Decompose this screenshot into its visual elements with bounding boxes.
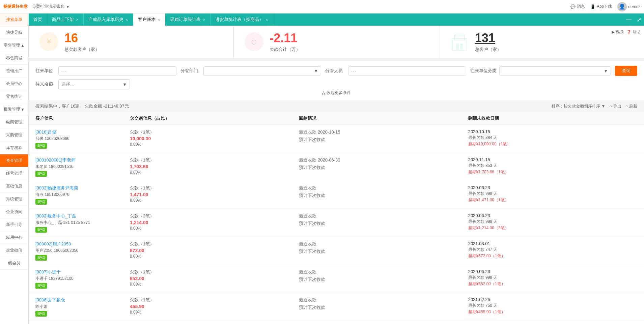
sidebar-item-retail-shop[interactable]: 零售商城 [0, 52, 28, 65]
marketing-label: 营销推广 [6, 68, 22, 73]
return-next-2: 预计下次收款 [299, 193, 468, 199]
return-next-4: 预计下次收款 [299, 248, 468, 255]
manager-input[interactable]: ··· [348, 66, 466, 76]
sidebar-item-retail-mgmt[interactable]: 零售管理 ▲ [0, 39, 28, 52]
main-layout: 搜索菜单 快捷导航 零售管理 ▲ 零售商城 营销推广 会员中心 零售统计 批 [0, 13, 644, 324]
sidebar-item-vip[interactable]: 畅会员 [0, 257, 28, 270]
tab-product-history[interactable]: 产成品入库单历史 ✕ [84, 13, 133, 26]
overdue-amount-btn-4[interactable]: 超期¥672.00（1笔） [468, 253, 637, 259]
customer-phone-6: 陈小萧 [35, 304, 130, 310]
sidebar-item-ops[interactable]: 经营管理 [0, 167, 28, 180]
tab-close-icon[interactable]: ✕ [203, 18, 205, 22]
customer-name-0[interactable]: [0016]吕俊 [35, 129, 130, 135]
app-download-btn[interactable]: 📱 App下载 [590, 4, 612, 9]
sidebar-item-basic[interactable]: 基础信息 [0, 180, 28, 193]
result-info: 搜索结果中，客户16家 欠款金额 -21,148.07元 [35, 103, 129, 109]
tab-close-icon[interactable]: ✕ [76, 18, 79, 22]
return-info-4: 最近收款 预计下次收款 [299, 241, 468, 261]
video-help-btn[interactable]: ▶ 视频 [612, 29, 624, 35]
tab-home[interactable]: 首页 [29, 13, 47, 26]
debt-percent-0: 0.00% [130, 142, 299, 147]
sidebar-item-apps[interactable]: 应用中心 [0, 231, 28, 244]
sidebar-item-system[interactable]: 系统管理 [0, 193, 28, 206]
building-icon [449, 32, 470, 52]
overdue-amount-btn-1[interactable]: 超期¥1,703.68（1笔） [468, 169, 637, 175]
debt-amount-6: 455.90 [130, 304, 299, 309]
return-date-0: 最近收款 2020-10-15 [299, 129, 468, 135]
sidebar-item-marketing[interactable]: 营销推广 [0, 65, 28, 78]
manager-label: 分管人员 [325, 68, 345, 74]
export-btn[interactable]: ○ 导出 [610, 104, 621, 109]
customer-name-3[interactable]: [0002]服务中心_丁磊 [35, 213, 130, 219]
source-unit-input[interactable]: ··· [58, 66, 176, 76]
debt-count-4: 欠款（1笔） [130, 241, 299, 247]
sidebar-item-quicknav[interactable]: 快捷导航 [0, 26, 28, 39]
overdue-info-0: 2020.10.15 最长欠款 884 天 超期¥10,000.00（1笔） [468, 129, 637, 149]
overdue-date-5: 2020.06.23 [468, 269, 637, 274]
refresh-btn[interactable]: ○ 刷新 [625, 104, 637, 109]
chevron-down-icon: ▼ [314, 68, 318, 73]
search-menu-label: 搜索菜单 [6, 17, 22, 22]
tab-minimize-icon[interactable]: — [623, 17, 634, 23]
message-icon: 💬 [570, 4, 576, 9]
tab-maximize-icon[interactable]: ⤢ [634, 17, 644, 23]
overdue-amount-btn-3[interactable]: 超期¥1,214.00（3笔） [468, 225, 637, 231]
overdue-amount-btn-0[interactable]: 超期¥10,000.00（1笔） [468, 141, 637, 147]
store-selector[interactable]: 母婴行业演示账套 ▼ [32, 4, 570, 9]
sidebar-item-inventory[interactable]: 库存核算 [0, 142, 28, 154]
customer-tag-6: 现销 [35, 311, 47, 317]
customer-tag-3: 现销 [35, 227, 47, 233]
sidebar-item-newbie[interactable]: 新手引导 [0, 218, 28, 231]
sidebar-item-wechat[interactable]: 企业微信 [0, 244, 28, 257]
sidebar-item-corp[interactable]: 企业协同 [0, 206, 28, 218]
department-select[interactable]: ▼ [203, 66, 321, 76]
balance-select[interactable]: 选择... ▼ [58, 79, 130, 89]
tab-product-shelf[interactable]: 商品上下架 ✕ [47, 13, 84, 26]
sort-label: 排序：按欠款金额倒序排序 [552, 104, 600, 109]
customer-name-5[interactable]: [0007]小进千 [35, 269, 130, 275]
debt-count-3: 欠款（3笔） [130, 213, 299, 219]
message-btn[interactable]: 💬 消息 [570, 4, 585, 9]
return-info-6: 最近收款 预计下次收款 [299, 297, 468, 317]
department-label: 分管部门 [180, 68, 201, 74]
stat2-values: -2.11 欠款合计（万） [270, 31, 300, 53]
sidebar-item-ecommerce[interactable]: 电商管理 [0, 116, 28, 129]
overdue-amount-btn-2[interactable]: 超期¥1,471.00（1笔） [468, 197, 637, 203]
retail-stats-label: 零售统计 [6, 94, 22, 99]
retail-shop-label: 零售商城 [6, 56, 22, 60]
overdue-amount-btn-5[interactable]: 超期¥652.00（1笔） [468, 281, 637, 287]
search-button[interactable]: 查询 [615, 66, 637, 76]
tab-customer-account[interactable]: 客户账本 ✕ [133, 13, 165, 26]
sidebar-item-retail-stats[interactable]: 零售统计 [0, 90, 28, 103]
chevron-down-icon: ▼ [601, 104, 606, 109]
overdue-date-4: 2021.03.01 [468, 241, 637, 246]
collapse-btn[interactable]: ⋀ 收起更多条件 [35, 90, 637, 96]
sidebar-item-purchase[interactable]: 采购管理 [0, 129, 28, 142]
sidebar-item-finance[interactable]: 资金管理 [0, 154, 28, 167]
overdue-amount-btn-6[interactable]: 超期¥455.90（1笔） [468, 309, 637, 315]
customer-phone-3: 服务中心_丁磊 181 0125 8371 [35, 220, 130, 226]
sort-select[interactable]: 排序：按欠款金额倒序排序 ▼ [552, 104, 606, 109]
user-profile[interactable]: 👤 demo2 [617, 2, 641, 11]
tab-purchase-stats[interactable]: 采购订单统计表 ✕ [165, 13, 211, 26]
tab-close-icon[interactable]: ✕ [125, 18, 128, 22]
stat1-label: 总欠款客户（家） [64, 47, 100, 53]
customer-info-5: [0007]小进千 小进千 18279152100 现销 [35, 269, 130, 289]
customer-name-6[interactable]: [0006]去下粮仓 [35, 297, 130, 303]
stats-row: ¥ 16 总欠款客户（家） ⬡ [29, 26, 644, 58]
customer-name-4[interactable]: [000002]用户2050 [35, 241, 130, 247]
tab-close-icon[interactable]: ✕ [158, 18, 160, 22]
sidebar-item-member[interactable]: 会员中心 [0, 78, 28, 90]
help-btn[interactable]: ❓ 帮助 [626, 29, 641, 35]
sidebar-item-batch-mgmt[interactable]: 批发管理 ▼ [0, 103, 28, 116]
customer-name-1[interactable]: [0001020001]李老师 [35, 157, 130, 163]
filter-area: 往来单位 ··· 分管部门 ▼ [29, 61, 644, 100]
sidebar-item-search[interactable]: 搜索菜单 [0, 13, 28, 26]
customer-name-2[interactable]: [0003]畅捷服务尹海燕 [35, 185, 130, 191]
unit-category-select[interactable]: ▼ [499, 66, 611, 76]
debt-percent-3: 0.00% [130, 226, 299, 231]
tab-import-stats[interactable]: 进货单统计表（按商品） ✕ [211, 13, 273, 26]
return-date-5: 最近收款 [299, 269, 468, 275]
tab-close-icon[interactable]: ✕ [265, 18, 268, 22]
sidebar: 搜索菜单 快捷导航 零售管理 ▲ 零售商城 营销推广 会员中心 零售统计 批 [0, 13, 29, 324]
